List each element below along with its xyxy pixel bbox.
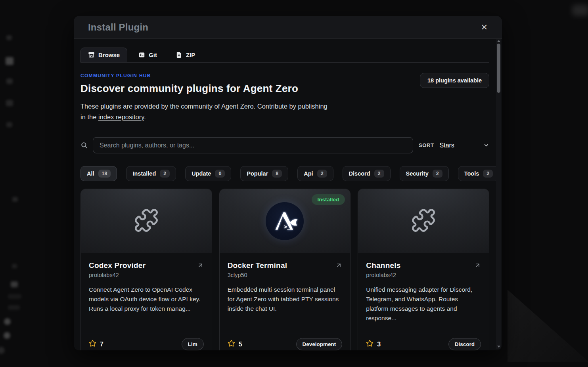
hub-description: These plugins are provided by the commun… — [80, 101, 366, 122]
sidebar-ghost-icon — [6, 122, 12, 127]
filter-count: 2 — [433, 170, 442, 178]
sidebar-ghost-avatar — [4, 332, 10, 339]
search-icon — [80, 141, 88, 149]
plugin-name: Codex Provider — [89, 261, 146, 270]
background-topright-ghost — [572, 5, 588, 16]
sidebar-ghost-icon — [12, 197, 18, 202]
chevron-down-icon[interactable] — [483, 142, 489, 148]
external-link-icon[interactable] — [474, 262, 481, 269]
external-link-icon[interactable] — [335, 262, 342, 269]
filter-count: 18 — [98, 170, 111, 178]
background-triangle-shape — [508, 290, 588, 362]
index-repository-link[interactable]: index repository — [98, 113, 144, 120]
filter-chip-all[interactable]: All 18 — [80, 166, 117, 181]
modal-title: Install Plugin — [88, 22, 148, 33]
plugin-card-codex-provider[interactable]: Codex Provider protolabs42 Connect Agent… — [80, 189, 212, 350]
plugin-description: Unified messaging adapter for Discord, T… — [366, 285, 481, 323]
sidebar-ghost-icon — [6, 35, 12, 40]
star-rating: 5 — [228, 340, 242, 349]
filter-chip-tools[interactable]: Tools 2 — [458, 166, 500, 181]
modal-body: Browse Git — [74, 39, 502, 350]
store-icon — [88, 52, 95, 58]
sidebar-ghost-icon — [8, 294, 21, 299]
plugin-description: Embedded multi-session terminal panel fo… — [228, 285, 343, 313]
filter-count: 2 — [483, 170, 493, 178]
star-count: 7 — [100, 341, 103, 348]
tab-zip[interactable]: ZIP — [168, 48, 203, 62]
star-count: 5 — [239, 341, 242, 348]
plugin-card-docker-terminal[interactable]: Installed >_ — [219, 189, 351, 350]
plugin-card-content: Codex Provider protolabs42 Connect Agent… — [81, 253, 212, 333]
plugin-card-media — [358, 189, 489, 253]
filter-chips: All 18 Installed 2 Update 0 Popular 8 Ap… — [80, 166, 489, 181]
plugin-description: Connect Agent Zero to OpenAI Codex model… — [89, 285, 204, 313]
sidebar-ghost-icon — [0, 347, 5, 354]
sidebar-ghost-icon — [6, 78, 13, 84]
sidebar-ghost-icon — [12, 264, 17, 268]
filter-chip-update[interactable]: Update 0 — [185, 166, 231, 181]
tab-browse[interactable]: Browse — [80, 48, 127, 62]
plugin-card-media — [81, 189, 212, 253]
star-count: 3 — [377, 341, 381, 348]
sidebar-ghost-avatar — [4, 318, 11, 325]
filter-count: 2 — [374, 170, 384, 178]
tab-git[interactable]: Git — [131, 48, 165, 62]
plugins-count-badge: 18 plugins available — [420, 73, 489, 88]
installed-badge: Installed — [312, 194, 345, 205]
filter-count: 2 — [160, 170, 170, 178]
filter-chip-popular[interactable]: Popular 8 — [240, 166, 288, 181]
hub-description-line1: These plugins are provided by the commun… — [80, 101, 366, 112]
file-upload-icon — [176, 52, 182, 58]
plugin-name: Docker Terminal — [228, 261, 287, 270]
filter-chip-security[interactable]: Security 2 — [400, 166, 449, 181]
sidebar-ghost-icon — [6, 57, 13, 65]
sort-selected-value: Stars — [440, 142, 454, 149]
plugin-cards-grid: Codex Provider protolabs42 Connect Agent… — [80, 189, 489, 350]
plugin-card-media: Installed >_ — [220, 189, 351, 253]
filter-count: 8 — [272, 170, 282, 178]
puzzle-icon — [134, 208, 159, 235]
svg-text:>_: >_ — [284, 224, 291, 230]
filter-chip-installed[interactable]: Installed 2 — [126, 166, 176, 181]
star-icon — [228, 340, 235, 349]
plugin-card-footer: 7 Llm — [81, 333, 212, 350]
search-input[interactable] — [93, 137, 413, 153]
puzzle-icon — [411, 208, 436, 235]
sidebar-ghost-icon — [6, 100, 13, 106]
filter-count: 2 — [317, 170, 327, 178]
sidebar-ghost-icon — [8, 305, 20, 310]
sidebar-divider — [30, 0, 30, 367]
scroll-down-arrow[interactable] — [497, 346, 500, 348]
terminal-icon — [138, 52, 145, 58]
tab-zip-label: ZIP — [186, 52, 195, 58]
plugin-tag-badge[interactable]: Llm — [182, 338, 204, 350]
modal-header: Install Plugin ✕ — [74, 16, 502, 39]
plugin-tag-badge[interactable]: Development — [296, 338, 343, 350]
star-rating: 3 — [366, 340, 381, 349]
plugin-card-channels[interactable]: Channels protolabs42 Unified messaging a… — [358, 189, 489, 350]
close-icon[interactable]: ✕ — [481, 23, 488, 31]
plugin-card-footer: 3 Discord — [358, 333, 489, 350]
filter-count: 0 — [215, 170, 225, 178]
plugin-card-content: Docker Terminal 3clyp50 Embedded multi-s… — [220, 253, 351, 333]
external-link-icon[interactable] — [197, 262, 204, 269]
star-rating: 7 — [89, 340, 103, 349]
sidebar-ghost-icon — [11, 281, 18, 287]
search-row: SORT Stars — [80, 137, 489, 153]
scroll-up-arrow[interactable] — [497, 40, 500, 42]
star-icon — [366, 340, 373, 349]
plugin-author: 3clyp50 — [228, 272, 343, 278]
agent-zero-terminal-logo: >_ — [266, 202, 304, 240]
modal-scrollbar[interactable] — [496, 39, 501, 349]
plugin-name: Channels — [366, 261, 400, 270]
filter-chip-api[interactable]: Api 2 — [297, 166, 333, 181]
sort-label: SORT — [419, 142, 434, 148]
filter-chip-discord[interactable]: Discord 2 — [343, 166, 391, 181]
scrollbar-thumb[interactable] — [497, 44, 500, 93]
tab-browse-label: Browse — [98, 52, 120, 58]
sort-control[interactable]: SORT Stars — [419, 142, 489, 149]
plugin-tag-badge[interactable]: Discord — [448, 338, 481, 350]
plugin-author: protolabs42 — [366, 272, 481, 278]
source-tabs: Browse Git — [80, 39, 489, 63]
tab-git-label: Git — [149, 52, 157, 58]
